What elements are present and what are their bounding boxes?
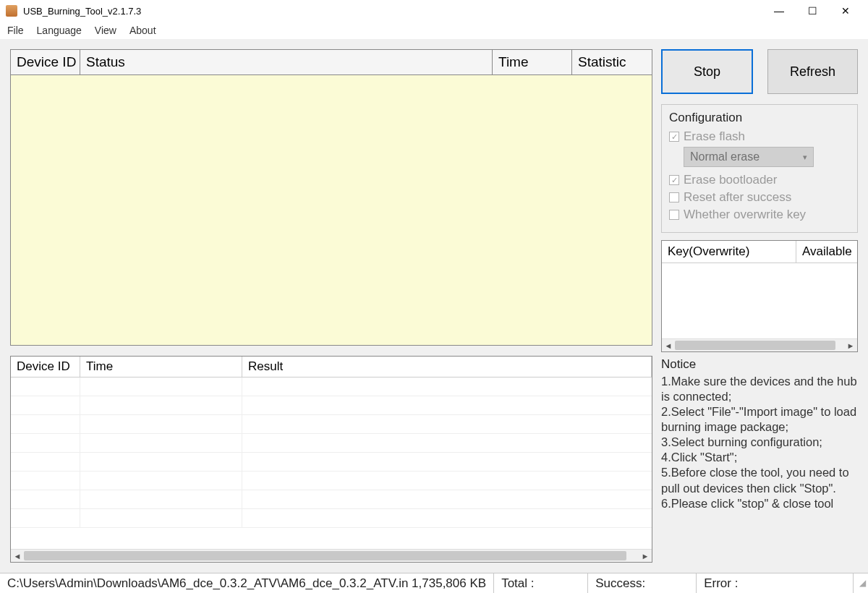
device-grid-header: Device ID Status Time Statistic bbox=[11, 50, 652, 75]
col-key[interactable]: Key(Overwrite) bbox=[662, 241, 796, 263]
scroll-thumb[interactable] bbox=[675, 341, 835, 350]
notice-panel: Notice 1.Make sure the devices and the h… bbox=[661, 357, 858, 563]
menu-view[interactable]: View bbox=[95, 25, 116, 36]
col-statistic[interactable]: Statistic bbox=[572, 50, 652, 75]
table-row bbox=[11, 509, 652, 528]
erase-bootloader-checkbox[interactable]: ✓ Erase bootloader bbox=[669, 173, 850, 187]
scroll-thumb[interactable] bbox=[24, 551, 626, 560]
erase-bootloader-label: Erase bootloader bbox=[684, 173, 777, 187]
result-grid-body bbox=[11, 377, 652, 549]
table-row bbox=[11, 453, 652, 472]
close-button[interactable]: ✕ bbox=[829, 0, 862, 22]
statusbar: C:\Users\Admin\Downloads\AM6_dce_0.3.2_A… bbox=[0, 573, 868, 593]
table-row bbox=[11, 434, 652, 453]
overwrite-key-label: Whether overwrite key bbox=[684, 208, 806, 222]
col-device-id[interactable]: Device ID bbox=[11, 50, 80, 75]
resize-grip-icon[interactable]: ◢ bbox=[854, 578, 868, 589]
menu-about[interactable]: About bbox=[129, 25, 156, 36]
reset-after-success-checkbox[interactable]: Reset after success bbox=[669, 190, 850, 205]
checkbox-icon bbox=[669, 210, 679, 220]
key-table-header: Key(Overwrite) Available bbox=[662, 241, 857, 263]
client-area: Device ID Status Time Statistic Device I… bbox=[0, 39, 868, 573]
table-row bbox=[11, 472, 652, 490]
menu-file[interactable]: File bbox=[7, 25, 24, 36]
titlebar: USB_Burning_Tool_v2.1.7.3 — ☐ ✕ bbox=[0, 0, 868, 22]
notice-title: Notice bbox=[661, 357, 858, 372]
erase-mode-select[interactable]: Normal erase ▾ bbox=[684, 147, 814, 167]
configuration-legend: Configuration bbox=[669, 111, 850, 125]
col-time[interactable]: Time bbox=[493, 50, 572, 75]
col-available[interactable]: Available bbox=[796, 241, 857, 263]
key-table-scrollbar[interactable]: ◄ ► bbox=[662, 338, 857, 351]
notice-line: 6.Please click "stop" & close tool bbox=[661, 496, 858, 511]
col-result-device-id[interactable]: Device ID bbox=[11, 357, 80, 377]
checkbox-icon bbox=[669, 192, 679, 202]
scroll-right-icon[interactable]: ► bbox=[639, 550, 652, 562]
result-grid-scrollbar[interactable]: ◄ ► bbox=[11, 549, 652, 562]
erase-flash-label: Erase flash bbox=[684, 129, 745, 144]
key-table-body bbox=[662, 263, 857, 338]
col-result-time[interactable]: Time bbox=[80, 357, 242, 377]
stop-button[interactable]: Stop bbox=[661, 49, 753, 94]
notice-line: 1.Make sure the devices and the hub is c… bbox=[661, 374, 858, 404]
status-error: Error : bbox=[697, 573, 854, 593]
scroll-track[interactable] bbox=[675, 339, 844, 351]
checkbox-icon: ✓ bbox=[669, 175, 679, 185]
device-grid[interactable]: Device ID Status Time Statistic bbox=[10, 49, 652, 346]
status-path: C:\Users\Admin\Downloads\AM6_dce_0.3.2_A… bbox=[7, 576, 408, 591]
scroll-left-icon[interactable]: ◄ bbox=[11, 550, 24, 562]
notice-line: 4.Click "Start"; bbox=[661, 450, 858, 465]
chevron-down-icon: ▾ bbox=[803, 153, 807, 162]
maximize-button[interactable]: ☐ bbox=[796, 0, 829, 22]
status-success: Success: bbox=[588, 573, 697, 593]
checkbox-icon: ✓ bbox=[669, 132, 679, 142]
window-title: USB_Burning_Tool_v2.1.7.3 bbox=[23, 6, 762, 17]
col-status[interactable]: Status bbox=[80, 50, 493, 75]
result-grid[interactable]: Device ID Time Result ◄ ► bbox=[10, 356, 652, 563]
right-column: Stop Refresh Configuration ✓ Erase flash… bbox=[661, 49, 858, 563]
key-table[interactable]: Key(Overwrite) Available ◄ ► bbox=[661, 240, 858, 352]
left-column: Device ID Status Time Statistic Device I… bbox=[10, 49, 652, 563]
configuration-group: Configuration ✓ Erase flash Normal erase… bbox=[661, 104, 858, 233]
col-result[interactable]: Result bbox=[242, 357, 652, 377]
menubar: File Language View About bbox=[0, 22, 868, 39]
status-size: 1,735,806 KB bbox=[412, 576, 486, 591]
table-row bbox=[11, 490, 652, 509]
overwrite-key-checkbox[interactable]: Whether overwrite key bbox=[669, 208, 850, 222]
table-row bbox=[11, 396, 652, 415]
table-row bbox=[11, 377, 652, 396]
notice-line: 2.Select "File"-"Import image" to load b… bbox=[661, 404, 858, 435]
refresh-button[interactable]: Refresh bbox=[767, 49, 858, 94]
device-grid-body bbox=[11, 75, 652, 345]
scroll-track[interactable] bbox=[24, 550, 639, 562]
app-icon bbox=[6, 5, 17, 17]
erase-mode-value: Normal erase bbox=[690, 150, 760, 163]
notice-line: 3.Select burning configuration; bbox=[661, 435, 858, 450]
minimize-button[interactable]: — bbox=[762, 0, 796, 22]
status-total: Total : bbox=[494, 573, 588, 593]
erase-flash-checkbox[interactable]: ✓ Erase flash bbox=[669, 129, 850, 144]
menu-language[interactable]: Language bbox=[37, 25, 82, 36]
scroll-left-icon[interactable]: ◄ bbox=[662, 339, 675, 351]
scroll-right-icon[interactable]: ► bbox=[844, 339, 857, 351]
reset-after-success-label: Reset after success bbox=[684, 190, 791, 205]
table-row bbox=[11, 415, 652, 434]
notice-line: 5.Before close the tool, you need to pul… bbox=[661, 465, 858, 495]
result-grid-header: Device ID Time Result bbox=[11, 357, 652, 377]
